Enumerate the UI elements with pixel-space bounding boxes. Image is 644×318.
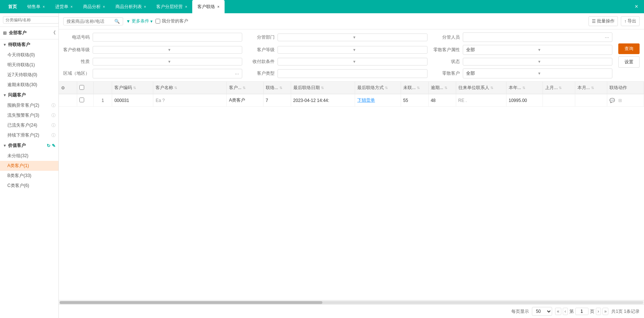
sidebar-item-今天待联络(0)[interactable]: 今天待联络(0) — [0, 50, 58, 60]
col-last-method[interactable]: 最后联络方式⇅ — [355, 82, 401, 94]
nav-close-商品分析[interactable]: × — [103, 5, 105, 9]
settings-button[interactable]: 设置 — [618, 56, 640, 68]
nav-item-客户联络[interactable]: 客户联络× — [192, 0, 225, 13]
row-last-method-cell[interactable]: 下销货单 — [355, 94, 401, 107]
sidebar-item-label: A类客户(1) — [7, 163, 29, 169]
batch-op-button[interactable]: ☰ 批量操作 — [588, 16, 618, 26]
first-page-button[interactable]: « — [555, 308, 561, 315]
close-all-button[interactable]: × — [632, 3, 641, 10]
sidebar-item-逾期未联络(30)[interactable]: 逾期未联络(30) — [0, 80, 58, 90]
filter-search-input[interactable] — [67, 19, 114, 24]
sidebar-item-持续下滑客户(2)[interactable]: 持续下滑客户(2)ⓘ — [0, 130, 58, 140]
col-contact-label: 联络... — [266, 85, 278, 91]
col-contact[interactable]: 联络...⇅ — [263, 82, 291, 94]
scrollbar-thumb[interactable] — [60, 301, 322, 304]
sidebar-search-input[interactable] — [3, 16, 59, 24]
all-customers-label: 全部客户 — [9, 30, 26, 36]
nav-item-销售单[interactable]: 销售单× — [22, 0, 50, 13]
nav-item-客户分层经营[interactable]: 客户分层经营× — [151, 0, 192, 13]
edit-icon[interactable]: ✎ — [52, 143, 56, 148]
col-unit-contact[interactable]: 往来单位联系人⇅ — [456, 82, 506, 94]
page-number-input[interactable] — [575, 308, 588, 315]
refresh-icon[interactable]: ↻ — [47, 143, 50, 148]
col-this-month[interactable]: 本月...⇅ — [575, 82, 607, 94]
info-icon[interactable]: ⓘ — [51, 103, 56, 108]
info-icon[interactable]: ⓘ — [51, 132, 56, 138]
sidebar-all-customers[interactable]: ⊞ 全部客户 《 — [0, 27, 58, 39]
col-name[interactable]: 客户名称⇅ — [153, 82, 227, 94]
filter-region-select[interactable]: ··· — [93, 69, 242, 78]
select-all-checkbox[interactable] — [79, 85, 84, 90]
my-customers-checkbox[interactable] — [155, 19, 160, 24]
row-checkbox-cell[interactable] — [77, 94, 94, 107]
info-icon[interactable]: ⓘ — [51, 113, 56, 118]
filter-retail-attr-select[interactable]: 全部 ▼ — [463, 45, 612, 55]
filter-more-button[interactable]: ▼ 更多条件 ▾ — [126, 18, 153, 24]
sidebar-item-明天待联络(1)[interactable]: 明天待联络(1) — [0, 60, 58, 70]
sidebar-section-待联络客户[interactable]: ▼待联络客户 — [0, 39, 58, 50]
col-no-contact[interactable]: 未联...⇅ — [401, 82, 428, 94]
prev-page-button[interactable]: ‹ — [563, 308, 568, 315]
col-last-date[interactable]: 最后联络日期⇅ — [291, 82, 355, 94]
col-overdue[interactable]: 逾期...⇅ — [428, 82, 456, 94]
nav-close-商品分析列表[interactable]: × — [144, 5, 146, 9]
filter-dept-select[interactable]: ▼ — [278, 33, 427, 41]
row-action-icon2[interactable]: ⊞ — [618, 98, 622, 103]
sidebar-item-囤购异常客户(2)[interactable]: 囤购异常客户(2)ⓘ — [0, 100, 58, 110]
sidebar-item-已流失客户(24)[interactable]: 已流失客户(24)ⓘ — [0, 120, 58, 130]
row-action-icon1[interactable]: 💬 — [609, 98, 615, 103]
sidebar-collapse-button[interactable]: 《 — [51, 30, 56, 36]
sidebar-item-B类客户(33)[interactable]: B类客户(33) — [0, 171, 58, 181]
col-this-year[interactable]: 本年...⇅ — [506, 82, 543, 94]
sidebar-section-问题客户[interactable]: ▼问题客户 — [0, 90, 58, 100]
col-settings[interactable]: ⚙ — [59, 82, 77, 94]
sidebar-item-A类客户(1)[interactable]: A类客户(1) — [0, 161, 58, 171]
nav-close-销售单[interactable]: × — [43, 5, 45, 9]
nav-item-首页[interactable]: 首页 — [3, 0, 22, 13]
nav-close-客户分层经营[interactable]: × — [185, 5, 187, 9]
filter-manager-dots[interactable]: ··· — [605, 34, 609, 40]
row-checkbox[interactable] — [79, 98, 84, 102]
filter-retail-select[interactable]: 全部 ▼ — [463, 68, 612, 78]
col-checkbox[interactable] — [77, 82, 94, 94]
row-unit-contact-cell: RE . — [456, 94, 506, 107]
batch-label: 批量操作 — [597, 18, 615, 24]
col-type[interactable]: 客户...⇅ — [226, 82, 263, 94]
filter-price-level-select[interactable]: ▼ — [93, 46, 242, 54]
filter-payment-select[interactable]: ▼ — [278, 58, 427, 66]
horizontal-scrollbar[interactable] — [59, 300, 644, 304]
filter-nature-select[interactable]: ▼ — [93, 58, 242, 66]
sidebar-section-价值客户[interactable]: ▼价值客户 ↻ ✎ — [0, 140, 58, 151]
settings-gear-icon[interactable]: ⚙ — [61, 85, 65, 91]
export-button[interactable]: ↑ 导出 — [621, 16, 640, 26]
sidebar-item-未分组(32)[interactable]: 未分组(32) — [0, 151, 58, 161]
nav-item-进货单[interactable]: 进货单× — [50, 0, 78, 13]
filter-customer-type-input[interactable] — [278, 69, 427, 78]
nav-close-进货单[interactable]: × — [71, 5, 73, 9]
nav-close-客户联络[interactable]: × — [217, 5, 219, 9]
sidebar-item-C类客户(6)[interactable]: C类客户(6) — [0, 181, 58, 191]
filter-region-dots[interactable]: ··· — [235, 71, 239, 77]
filter-customer-level-select[interactable]: ▼ — [278, 46, 427, 54]
sidebar-item-近7天待联络(0)[interactable]: 近7天待联络(0) — [0, 70, 58, 80]
row-last-method-link[interactable]: 下销货单 — [357, 98, 375, 103]
last-page-button[interactable]: » — [602, 308, 609, 315]
col-last-month[interactable]: 上月...⇅ — [543, 82, 575, 94]
row-code-cell: 000031 — [112, 94, 153, 107]
filter-status-select[interactable]: ▼ — [463, 58, 612, 66]
col-code[interactable]: 客户编码⇅ — [112, 82, 153, 94]
page-size-select[interactable]: 50 100 — [532, 307, 552, 316]
filter-manager-label: 分管人员 — [433, 34, 463, 40]
next-page-button[interactable]: › — [596, 308, 601, 315]
filter-manager-select[interactable]: ··· — [463, 32, 612, 42]
nav-item-商品分析[interactable]: 商品分析× — [78, 0, 110, 13]
my-customers-checkbox-area[interactable]: 我分管的客户 — [155, 18, 188, 24]
query-button[interactable]: 查询 — [618, 43, 640, 54]
info-icon[interactable]: ⓘ — [51, 123, 56, 128]
section-arrow: ▼ — [3, 144, 7, 148]
filter-phone-input[interactable] — [93, 33, 242, 42]
page-size-label: 每页显示 — [511, 308, 529, 315]
sidebar-item-流失预警客户(3)[interactable]: 流失预警客户(3)ⓘ — [0, 110, 58, 120]
filter-search-icon[interactable]: 🔍 — [114, 19, 120, 24]
nav-item-商品分析列表[interactable]: 商品分析列表× — [110, 0, 151, 13]
